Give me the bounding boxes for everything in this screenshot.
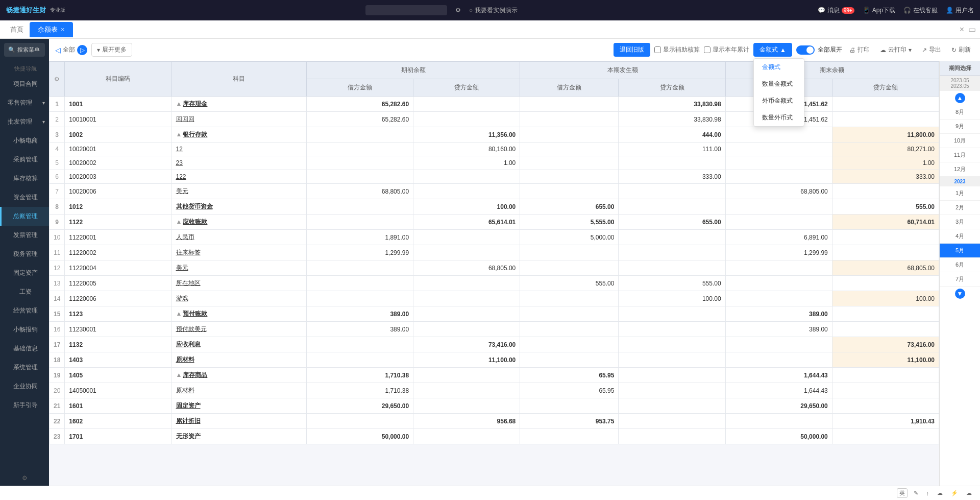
bottom-icon-4[interactable]: ⚡ (949, 489, 960, 497)
account-name[interactable]: ▲库存商品 (172, 368, 306, 383)
sidebar-item-basic[interactable]: 基础信息 (0, 339, 49, 358)
period-item-curr[interactable]: 5月 (940, 244, 980, 258)
return-old-btn[interactable]: 退回旧版 (614, 43, 650, 57)
expand-all-toggle[interactable]: 全部展开 (796, 45, 842, 55)
sidebar-item-salary[interactable]: 工资 (0, 282, 49, 301)
dropdown-item-amount[interactable]: 金额式 (754, 59, 804, 76)
gear-icon[interactable]: ⚙ (455, 7, 461, 14)
account-name[interactable]: 其他货币资金 (172, 199, 306, 215)
sidebar-item-capital[interactable]: 资金管理 (0, 188, 49, 207)
period-item-curr[interactable]: 7月 (940, 272, 980, 287)
sidebar-item-project[interactable]: 项目合同 (0, 75, 49, 93)
account-name[interactable]: 固定资产 (172, 398, 306, 414)
account-name[interactable]: 美元 (172, 184, 306, 199)
sidebar-item-retail[interactable]: 零售管理▾ (0, 93, 49, 112)
account-name[interactable]: 原材料 (172, 383, 306, 398)
cur-debit: 65.95 (520, 383, 619, 398)
sidebar-item-guide[interactable]: 新手引导 (0, 396, 49, 415)
period-item-curr[interactable]: 4月 (940, 229, 980, 244)
show-ytd-check[interactable]: 显示本年累计 (704, 45, 749, 54)
open-credit (413, 230, 520, 245)
account-name[interactable]: 预付款美元 (172, 322, 306, 337)
search-menu-btn[interactable]: 🔍 搜索菜单 (4, 43, 45, 57)
dropdown-item-foreign_amount[interactable]: 外币金额式 (754, 92, 804, 109)
amount-type-btn[interactable]: 金额式 ▲ (753, 43, 792, 57)
period-item-prev[interactable]: 9月 (940, 120, 980, 134)
toggle-switch[interactable] (796, 45, 815, 55)
account-name[interactable]: 原材料 (172, 352, 306, 368)
app-download-btn[interactable]: 📱 App下载 (863, 6, 895, 15)
sidebar-item-purchase[interactable]: 采购管理 (0, 150, 49, 169)
period-item-curr[interactable]: 2月 (940, 201, 980, 215)
lang-indicator[interactable]: 英 (897, 488, 908, 498)
cloud-print-btn[interactable]: ☁ 云打印 ▾ (877, 43, 915, 56)
period-item-prev[interactable]: 12月 (940, 162, 980, 177)
demo-link[interactable]: ○ 我要看实例演示 (469, 6, 518, 15)
table-settings-icon[interactable]: ⚙ (54, 76, 60, 83)
sidebar-item-ledger[interactable]: 总账管理 (0, 207, 49, 226)
period-item-prev[interactable]: 10月 (940, 134, 980, 148)
bottom-icon-1[interactable]: ✎ (912, 489, 920, 497)
account-name[interactable]: 游戏 (172, 291, 306, 306)
period-up-btn[interactable]: ▲ (955, 93, 965, 103)
close-credit (832, 97, 939, 112)
account-name[interactable]: 应收利息 (172, 337, 306, 352)
sidebar-item-tax[interactable]: 税务管理 (0, 245, 49, 264)
sidebar-item-system[interactable]: 系统管理 (0, 358, 49, 377)
period-item-curr[interactable]: 3月 (940, 215, 980, 229)
export-btn[interactable]: ↗ 导出 (919, 43, 944, 56)
account-name[interactable]: ▲银行存款 (172, 127, 306, 142)
export-icon: ↗ (922, 46, 927, 54)
online-service-btn[interactable]: 🎧 在线客服 (903, 6, 938, 15)
tab-balance[interactable]: 余额表 × (30, 22, 73, 37)
print-btn[interactable]: 🖨 打印 (846, 43, 873, 56)
account-name[interactable]: 美元 (172, 260, 306, 276)
account-name[interactable]: 无形资产 (172, 429, 306, 444)
sidebar-item-assets[interactable]: 固定资产 (0, 264, 49, 282)
period-down-btn[interactable]: ▼ (955, 289, 965, 299)
account-name[interactable]: 23 (172, 156, 306, 170)
all-label: 全部 (63, 45, 75, 54)
sidebar-item-operations[interactable]: 经营管理 (0, 301, 49, 320)
user-btn[interactable]: 👤 用户名 (946, 6, 974, 15)
bottom-icon-2[interactable]: ↑ (924, 489, 932, 497)
bottom-icon-3[interactable]: ☁ (935, 489, 945, 497)
bottom-icon-5[interactable]: ☁ (964, 489, 974, 497)
dropdown-item-qty_foreign[interactable]: 数量外币式 (754, 109, 804, 126)
message-btn[interactable]: 💬 消息 99+ (818, 6, 854, 15)
account-name[interactable]: 12 (172, 142, 306, 156)
sidebar-item-invoice[interactable]: 发票管理 (0, 226, 49, 245)
account-name[interactable]: 回回回 (172, 112, 306, 127)
account-name[interactable]: ▲预付账款 (172, 306, 306, 322)
account-name[interactable]: 所在地区 (172, 276, 306, 291)
ytd-checkbox[interactable] (704, 46, 710, 53)
period-item-prev[interactable]: 8月 (940, 105, 980, 120)
account-name[interactable]: 往来标签 (172, 245, 306, 260)
aux-checkbox[interactable] (654, 46, 661, 53)
refresh-btn[interactable]: ↻ 刷新 (948, 43, 974, 56)
tab-close-btn[interactable]: × (61, 26, 65, 33)
sidebar-item-inventory[interactable]: 库存核算 (0, 169, 49, 188)
back-arrow-icon[interactable]: ◁ (55, 46, 61, 54)
sidebar-item-sales[interactable]: 小畅报销 (0, 320, 49, 339)
period-item-curr[interactable]: 6月 (940, 258, 980, 272)
period-item-curr[interactable]: 1月 (940, 186, 980, 201)
close-debit (725, 199, 832, 215)
account-name[interactable]: ▲库存现金 (172, 97, 306, 112)
sidebar-item-ecommerce[interactable]: 小畅电商 (0, 131, 49, 150)
restore-window-btn[interactable]: ▭ (968, 25, 976, 34)
period-item-prev[interactable]: 11月 (940, 148, 980, 162)
account-name[interactable]: 人民币 (172, 230, 306, 245)
dropdown-item-qty_amount[interactable]: 数量金额式 (754, 76, 804, 92)
expand-more-btn[interactable]: ▾ 展开更多 (91, 43, 132, 57)
tab-home[interactable]: 首页 (4, 22, 30, 37)
show-aux-check[interactable]: 显示辅助核算 (654, 45, 700, 54)
sidebar-item-wholesale[interactable]: 批发管理▾ (0, 112, 49, 131)
sidebar-item-cooperation[interactable]: 企业协同 (0, 377, 49, 396)
account-name[interactable]: 累计折旧 (172, 414, 306, 429)
close-window-btn[interactable]: × (960, 25, 964, 34)
forward-arrow-btn[interactable]: ▷ (77, 45, 87, 55)
account-name[interactable]: ▲应收账款 (172, 215, 306, 230)
sidebar-footer[interactable]: ⚙ (0, 470, 49, 486)
account-name[interactable]: 122 (172, 170, 306, 184)
